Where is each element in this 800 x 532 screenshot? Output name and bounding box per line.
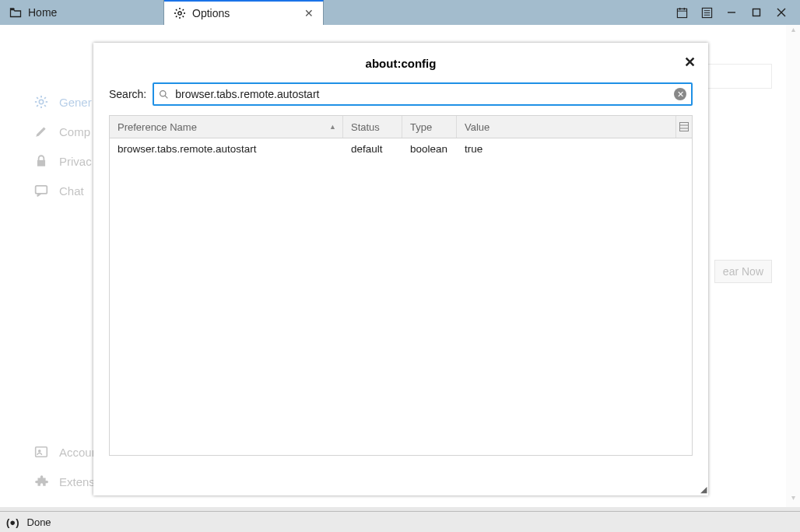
svg-point-34 xyxy=(160,90,166,96)
table-row[interactable]: browser.tabs.remote.autostart default bo… xyxy=(110,138,692,159)
tab-home[interactable]: Home xyxy=(0,0,164,25)
tab-options-label: Options xyxy=(192,7,230,19)
svg-line-29 xyxy=(44,97,46,99)
statusbar: (●) Done xyxy=(0,511,800,532)
sidebar-label: Comp xyxy=(59,125,90,138)
svg-point-21 xyxy=(39,100,43,103)
column-status[interactable]: Status xyxy=(343,116,402,138)
svg-rect-31 xyxy=(36,186,47,194)
column-value[interactable]: Value xyxy=(457,116,676,138)
window-minimize[interactable] xyxy=(719,0,744,25)
dialog-close-button[interactable]: ✕ xyxy=(684,54,696,71)
scroll-down-icon[interactable]: ▾ xyxy=(786,493,800,507)
titlebar: Home Options ✕ xyxy=(0,0,800,25)
search-box[interactable]: ✕ xyxy=(153,82,693,106)
svg-line-27 xyxy=(44,105,46,107)
svg-rect-18 xyxy=(753,9,760,16)
status-text: Done xyxy=(27,516,51,528)
search-label: Search: xyxy=(109,88,146,100)
sidebar-label: Extensi xyxy=(59,475,97,488)
resize-grip[interactable]: ◢ xyxy=(697,485,707,494)
search-icon xyxy=(159,89,169,100)
puzzle-icon xyxy=(34,474,48,488)
calendar-icon[interactable] xyxy=(669,0,694,25)
svg-line-28 xyxy=(37,105,38,107)
column-type[interactable]: Type xyxy=(402,116,457,138)
svg-line-7 xyxy=(176,16,177,17)
sidebar-label: Chat xyxy=(59,184,84,198)
column-label: Status xyxy=(351,121,380,133)
search-row: Search: ✕ xyxy=(93,82,708,115)
cell-type: boolean xyxy=(402,143,457,155)
svg-rect-9 xyxy=(677,9,686,17)
svg-line-8 xyxy=(183,9,184,10)
column-label: Value xyxy=(465,121,489,133)
scroll-up-icon[interactable]: ▴ xyxy=(786,25,800,39)
column-label: Preference Name xyxy=(118,121,197,133)
tasks-icon[interactable] xyxy=(694,0,719,25)
column-label: Type xyxy=(410,121,432,133)
account-icon xyxy=(34,445,48,459)
clear-search-icon[interactable]: ✕ xyxy=(674,88,686,100)
sidebar-label: Gener xyxy=(59,96,92,109)
cell-value: true xyxy=(457,143,692,155)
svg-rect-32 xyxy=(36,447,47,457)
dialog-titlebar: about:config ✕ xyxy=(93,43,708,82)
lock-icon xyxy=(34,154,48,168)
sort-ascending-icon: ▲ xyxy=(329,123,336,131)
sidebar-label: Privac xyxy=(59,155,92,168)
sidebar-label: Accoun xyxy=(59,446,98,459)
dialog-title: about:config xyxy=(366,57,437,70)
table-header: Preference Name ▲ Status Type Value xyxy=(110,116,692,138)
main-scrollbar[interactable]: ▴ ▾ xyxy=(786,25,800,507)
column-preference-name[interactable]: Preference Name ▲ xyxy=(110,116,343,138)
cell-status: default xyxy=(343,143,402,155)
preferences-table: Preference Name ▲ Status Type Value brow… xyxy=(109,115,693,456)
svg-line-26 xyxy=(37,97,38,99)
tab-home-label: Home xyxy=(28,6,57,19)
window-controls xyxy=(669,0,800,25)
gear-icon xyxy=(174,7,186,19)
tab-options[interactable]: Options ✕ xyxy=(164,0,324,25)
search-input[interactable] xyxy=(174,87,674,101)
window-close[interactable] xyxy=(769,0,794,25)
clear-now-button[interactable]: ear Now xyxy=(714,260,772,283)
activity-icon: (●) xyxy=(6,516,19,528)
gear-icon xyxy=(34,95,48,109)
svg-rect-30 xyxy=(37,160,45,166)
window-maximize[interactable] xyxy=(744,0,769,25)
chat-icon xyxy=(34,184,48,198)
folder-icon xyxy=(9,6,22,19)
svg-point-0 xyxy=(178,12,181,15)
cell-preference-name: browser.tabs.remote.autostart xyxy=(110,143,343,155)
svg-line-6 xyxy=(183,16,184,17)
button-label: ear Now xyxy=(723,265,763,278)
column-picker-icon[interactable] xyxy=(676,122,692,131)
pencil-icon xyxy=(34,124,48,138)
svg-line-5 xyxy=(176,9,177,10)
svg-point-33 xyxy=(38,450,41,453)
tab-close-icon[interactable]: ✕ xyxy=(304,7,314,19)
svg-line-35 xyxy=(165,96,167,98)
svg-rect-36 xyxy=(680,123,689,131)
about-config-dialog: about:config ✕ Search: ✕ Preference Name… xyxy=(93,43,708,495)
